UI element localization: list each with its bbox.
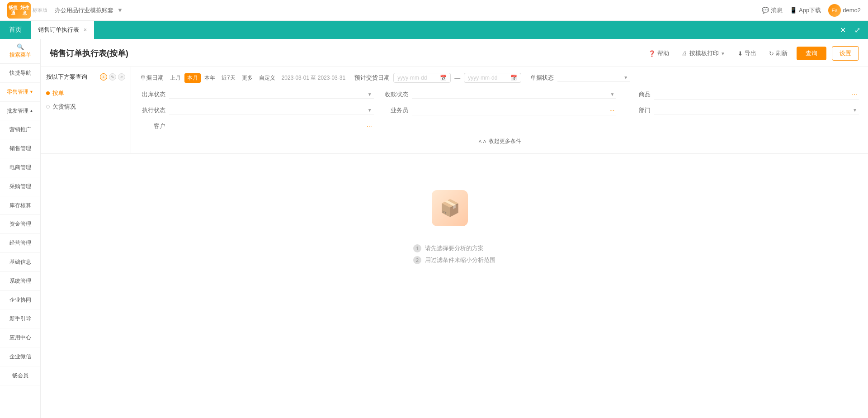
filter-customer: 客户 ··· (140, 121, 374, 131)
calendar-icon-end: 📅 (510, 75, 517, 81)
sidebar-item-basics[interactable]: 基础信息 (0, 253, 40, 272)
filter-panel: 单据日期 上月 本月 本年 近7天 更多 自定义 2023-03-01 至 20… (131, 66, 868, 153)
window-maximize-btn[interactable]: ⤢ (852, 24, 863, 35)
status-select[interactable]: ▼ (557, 74, 630, 82)
goods-input[interactable]: ··· (654, 89, 859, 100)
sidebar-item-finance[interactable]: 资金管理 (0, 215, 40, 234)
expected-date-end[interactable]: yyyy-mm-dd 📅 (464, 73, 521, 83)
goods-more-btn[interactable]: ··· (852, 90, 857, 98)
empty-illustration: 📦 (432, 190, 477, 235)
filter-warehouse: 出库状态 ▼ (140, 89, 374, 100)
user-profile[interactable]: Ea demo2 (828, 4, 861, 17)
date-tab-custom[interactable]: 自定义 (256, 73, 278, 83)
dept-label: 部门 (625, 106, 651, 114)
tab-sales-order[interactable]: 销售订单执行表 × (31, 21, 94, 39)
sidebar-item-retail[interactable]: 零售管理 ▼ (0, 83, 40, 102)
tab-close-btn[interactable]: × (84, 27, 87, 33)
print-btn[interactable]: 🖨 按模板打印 ▼ (678, 48, 729, 59)
sidebar-item-collab[interactable]: 企业协同 (0, 291, 40, 310)
date-start-input[interactable]: yyyy-mm-dd (397, 75, 438, 81)
window-close-btn[interactable]: ✕ (837, 24, 848, 35)
exec-dropdown-icon: ▼ (368, 108, 372, 113)
sidebar: 🔍 搜索菜单 快捷导航 零售管理 ▼ 批发管理 ▲ 营销推广 销售管理 电商管理… (0, 39, 41, 418)
date-tab-last-month[interactable]: 上月 (167, 73, 184, 83)
date-separator: — (454, 75, 460, 81)
date-range-display: 2023-03-01 至 2023-03-31 (282, 74, 345, 82)
date-end-input[interactable]: yyyy-mm-dd (468, 75, 509, 81)
scheme-item-shortage[interactable]: 欠货情况 (46, 100, 125, 114)
sidebar-item-member[interactable]: 畅会员 (0, 366, 40, 385)
date-label: 单据日期 (140, 74, 164, 82)
date-tab-7days[interactable]: 近7天 (219, 73, 238, 83)
step-num-2: 2 (413, 256, 421, 264)
sidebar-item-ecommerce[interactable]: 电商管理 (0, 158, 40, 177)
sidebar-item-appstore[interactable]: 应用中心 (0, 328, 40, 347)
search-btn[interactable]: 查询 (797, 47, 826, 60)
app-layout: 🔍 搜索菜单 快捷导航 零售管理 ▼ 批发管理 ▲ 营销推广 销售管理 电商管理… (0, 39, 868, 418)
empty-step-2: 2 用过滤条件来缩小分析范围 (413, 256, 495, 264)
salesperson-label: 业务员 (383, 106, 408, 114)
print-icon: 🖨 (682, 50, 688, 57)
filter-row-2: 出库状态 ▼ 收款状态 ▼ 商品 (140, 89, 859, 100)
scheme-title: 按以下方案查询 (46, 73, 87, 81)
dept-select[interactable]: ▼ (654, 106, 859, 114)
message-btn[interactable]: 💬 消息 (762, 6, 783, 14)
step-num-1: 1 (413, 244, 421, 252)
app-logo: 畅捷通 好生意 (7, 2, 31, 19)
calendar-icon-start: 📅 (440, 75, 447, 81)
sidebar-item-newbie[interactable]: 新手引导 (0, 309, 40, 328)
top-title: 办公用品行业模拟账套 (55, 6, 113, 14)
sidebar-item-wechat[interactable]: 企业微信 (0, 347, 40, 366)
sidebar-item-marketing[interactable]: 营销推广 (0, 120, 40, 139)
sidebar-item-system[interactable]: 系统管理 (0, 272, 40, 291)
message-icon: 💬 (762, 7, 769, 14)
filter-row-1: 单据日期 上月 本月 本年 近7天 更多 自定义 2023-03-01 至 20… (140, 73, 859, 83)
exec-select[interactable]: ▼ (169, 106, 374, 114)
status-label: 单据状态 (530, 74, 554, 82)
help-icon: ❓ (648, 50, 656, 57)
tab-home[interactable]: 首页 (0, 21, 31, 39)
main-content: 销售订单执行表(按单) ❓ 帮助 🖨 按模板打印 ▼ ⬇ 导出 ↻ 刷新 (41, 39, 868, 418)
print-dropdown-icon[interactable]: ▼ (721, 51, 725, 56)
collection-select[interactable]: ▼ (412, 90, 617, 99)
customer-more-btn[interactable]: ··· (367, 122, 372, 129)
exec-label: 执行状态 (140, 106, 165, 114)
tab-bar: 首页 销售订单执行表 × ✕ ⤢ (0, 21, 868, 39)
filter-row-4: 客户 ··· (140, 121, 859, 131)
salesperson-input[interactable]: ··· (412, 105, 617, 115)
refresh-btn[interactable]: ↻ 刷新 (765, 48, 791, 59)
sidebar-search[interactable]: 🔍 搜索菜单 (0, 39, 40, 64)
sidebar-item-operations[interactable]: 经营管理 (0, 234, 40, 253)
scheme-item-order[interactable]: 按单 (46, 86, 125, 100)
sidebar-item-wholesale[interactable]: 批发管理 ▲ (0, 102, 40, 121)
date-tab-this-month[interactable]: 本月 (184, 73, 201, 83)
empty-state: 📦 1 请先选择要分析的方案 2 用过滤条件来缩小分析范围 (41, 154, 868, 304)
collapse-scheme-btn[interactable]: « (118, 73, 125, 81)
customer-input[interactable]: ··· (169, 121, 374, 131)
collapse-icon: ∧∧ (478, 138, 488, 144)
add-scheme-btn[interactable]: + (100, 73, 107, 81)
date-tab-more[interactable]: 更多 (239, 73, 255, 83)
scheme-panel: 按以下方案查询 + ✎ « 按单 欠货情况 (41, 66, 131, 153)
app-download-btn[interactable]: 📱 App下载 (790, 6, 821, 14)
filter-section: 按以下方案查询 + ✎ « 按单 欠货情况 (41, 66, 868, 154)
download-icon: 📱 (790, 7, 797, 14)
edit-scheme-btn[interactable]: ✎ (109, 73, 116, 81)
collapse-btn[interactable]: ∧∧ 收起更多条件 (140, 133, 859, 147)
date-tab-this-year[interactable]: 本年 (202, 73, 218, 83)
sidebar-item-sales[interactable]: 销售管理 (0, 139, 40, 158)
filter-exec-status: 执行状态 ▼ (140, 105, 374, 115)
empty-steps-list: 1 请先选择要分析的方案 2 用过滤条件来缩小分析范围 (413, 244, 495, 268)
app-tag: 标准版 (33, 7, 47, 14)
export-btn[interactable]: ⬇ 导出 (734, 48, 760, 59)
sidebar-shortcut[interactable]: 快捷导航 (0, 64, 40, 83)
warehouse-select[interactable]: ▼ (169, 90, 374, 99)
dropdown-icon[interactable]: ▼ (117, 7, 123, 14)
salesperson-more-btn[interactable]: ··· (609, 106, 615, 114)
help-btn[interactable]: ❓ 帮助 (645, 48, 673, 59)
settings-btn[interactable]: 设置 (832, 46, 859, 61)
sidebar-item-purchase[interactable]: 采购管理 (0, 177, 40, 196)
expected-date-start[interactable]: yyyy-mm-dd 📅 (393, 73, 451, 83)
sidebar-item-inventory[interactable]: 库存核算 (0, 196, 40, 215)
filter-dept: 部门 ▼ (625, 105, 859, 115)
